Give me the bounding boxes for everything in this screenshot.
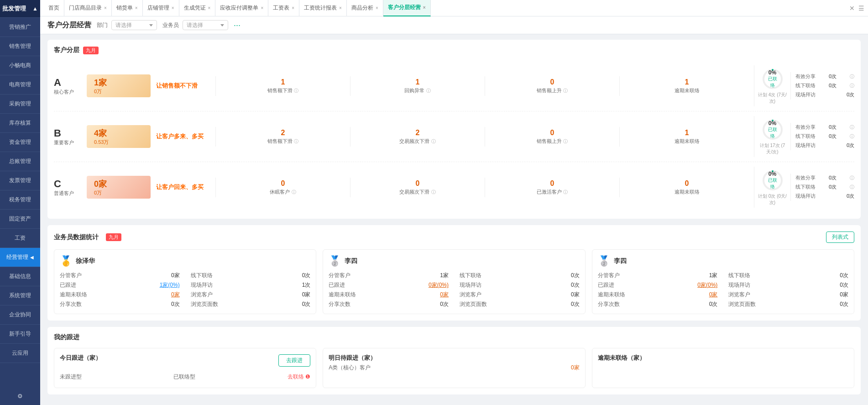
tab-payroll[interactable]: 工资表 × (268, 0, 299, 16)
tab-home[interactable]: 首页 (44, 0, 64, 16)
sidebar-collapse-icon[interactable]: ▲ (32, 5, 38, 12)
close-icon[interactable]: × (292, 5, 294, 11)
list-view-button[interactable]: 列表式 (826, 231, 854, 243)
more-filters-icon[interactable]: ··· (234, 21, 241, 30)
circle-linked: 已联络 (767, 76, 779, 89)
tier-label-b: B 重要客户 (54, 127, 81, 146)
sp-stat-label: 逾期未联络 (60, 291, 87, 299)
tab-customer-tier[interactable]: 客户分层经营 × (383, 0, 431, 16)
tier-name: 普通客户 (54, 190, 81, 197)
tab-product-analysis[interactable]: 商品分析 × (347, 0, 383, 16)
right-stat-1: 线下联络 0次 ⓘ (795, 132, 854, 141)
tier-stat-1[interactable]: 2 交易频次下滑 ⓘ (350, 127, 485, 147)
tab-store-mgmt[interactable]: 店铺管理 × (143, 0, 179, 16)
tier-stat-0[interactable]: 2 销售额下滑 ⓘ (215, 127, 350, 147)
tier-stat-3[interactable]: 1 逾期未联络 (619, 76, 754, 96)
tier-stat-1[interactable]: 0 交易频次下滑 ⓘ (350, 178, 485, 197)
settings-icon: ⚙ (17, 393, 23, 400)
tier-stat-3[interactable]: 0 逾期未联络 (619, 178, 754, 197)
sp-stat: 逾期未联络 0家 (598, 291, 718, 299)
sidebar-item-marketing[interactable]: 营销推广 (0, 18, 40, 37)
sidebar-item-management[interactable]: 经营管理 ◀ (0, 248, 40, 267)
salesman-select[interactable]: 请选择 (183, 20, 228, 30)
sidebar: 批发管理 ▲ 营销推广 销售管理 小畅电商 电商管理 采购管理 库存核算 资金管… (0, 0, 40, 405)
tab-generate-voucher[interactable]: 生成凭证 × (179, 0, 216, 16)
tab-ap-adjust[interactable]: 应收应付调整单 × (215, 0, 268, 16)
sidebar-item-basic-info[interactable]: 基础信息 (0, 267, 40, 286)
sidebar-item-invoice[interactable]: 发票管理 (0, 171, 40, 190)
sidebar-item-ecom-small[interactable]: 小畅电商 (0, 56, 40, 75)
sp-stat-label: 浏览页面数 (728, 300, 756, 308)
sidebar-item-collab[interactable]: 企业协同 (0, 305, 40, 325)
content-area: 客户分层 九月 A 核心客户 1家 0万 让销售额不下滑 (40, 34, 868, 405)
sp-stat-val[interactable]: 0家 (171, 291, 180, 299)
sp-stat-label: 线下联络 (460, 272, 481, 279)
tier-letter: A (54, 77, 81, 89)
tier-count-num: 1家 (94, 77, 151, 88)
tab-label: 销货单 (116, 4, 133, 12)
right-stat-0: 有效分享 0次 ⓘ (795, 174, 854, 183)
sidebar-item-label: 企业协同 (9, 311, 31, 318)
sp-stat-label: 分享次数 (60, 300, 82, 308)
tier-stat-2[interactable]: 0 已激活客户 ⓘ (485, 178, 619, 197)
sp-stat-val: 1次 (302, 281, 311, 289)
sidebar-item-cloud[interactable]: 云应用 (0, 344, 40, 363)
sidebar-settings[interactable]: ⚙ (0, 387, 40, 405)
close-icon[interactable]: × (135, 5, 138, 11)
tab-store-products[interactable]: 门店商品目录 × (64, 0, 112, 16)
sidebar-item-guide[interactable]: 新手引导 (0, 325, 40, 344)
close-icon[interactable]: × (208, 5, 211, 11)
sp-stat-val[interactable]: 0家 (709, 291, 718, 299)
close-icon[interactable]: × (172, 5, 174, 11)
tier-stats-a: 1 销售额下滑 ⓘ 1 回购异常 ⓘ 0 销售额上升 ⓘ 1 逾期未联络 (215, 76, 754, 96)
tab-menu-icon[interactable]: ☰ (858, 5, 864, 12)
tab-payroll-report[interactable]: 工资统计报表 × (299, 0, 347, 16)
tier-count-b[interactable]: 4家 0.53万 (87, 125, 151, 148)
tier-stat-0[interactable]: 0 休眠客户 ⓘ (215, 178, 350, 197)
sidebar-item-fixed-assets[interactable]: 固定资产 (0, 210, 40, 229)
sp-stat-label: 现场拜访 (460, 281, 481, 289)
sp-stat-val[interactable]: 0家(0%) (697, 281, 717, 289)
sidebar-item-finance[interactable]: 资金管理 (0, 133, 40, 152)
sp-stat-val[interactable]: 0家 (440, 291, 449, 299)
stat-label: 销售额上升 ⓘ (489, 138, 616, 145)
close-icon[interactable]: × (376, 5, 378, 11)
sp-stat-val: 0次 (571, 281, 580, 289)
sidebar-item-label: 固定资产 (9, 216, 31, 222)
close-icon[interactable]: × (423, 5, 426, 10)
close-icon[interactable]: × (339, 5, 342, 11)
stat-label: 回购异常 ⓘ (354, 87, 481, 94)
tab-sales-order[interactable]: 销货单 × (112, 0, 143, 16)
tier-stat-2[interactable]: 0 销售额上升 ⓘ (485, 127, 619, 147)
sidebar-item-ecom[interactable]: 电商管理 (0, 75, 40, 95)
sp-stat-val[interactable]: 1家(0%) (160, 281, 180, 289)
sp-stat-val[interactable]: 0家(0%) (429, 281, 449, 289)
tier-count-c[interactable]: 0家 0万 (87, 176, 151, 199)
sidebar-item-ledger[interactable]: 总账管理 (0, 152, 40, 171)
sidebar-item-salary[interactable]: 工资 (0, 229, 40, 248)
tier-stat-1[interactable]: 1 回购异常 ⓘ (350, 76, 485, 96)
sidebar-item-tax[interactable]: 税务管理 (0, 190, 40, 210)
tier-stat-0[interactable]: 1 销售额下滑 ⓘ (215, 76, 350, 96)
dept-select[interactable]: 请选择 (111, 20, 157, 30)
tier-count-a[interactable]: 1家 0万 (87, 74, 151, 97)
sp-stat-label: 浏览客户 (191, 291, 213, 299)
tab-close-all-icon[interactable]: ✕ (849, 5, 855, 12)
tier-stat-2[interactable]: 0 销售额上升 ⓘ (485, 76, 619, 96)
tomorrow-title: 明日待跟进（家） (329, 354, 376, 361)
info-icon: ⓘ (850, 123, 854, 131)
close-icon[interactable]: × (261, 5, 263, 11)
sidebar-item-system[interactable]: 系统管理 (0, 286, 40, 305)
sidebar-item-purchase[interactable]: 采购管理 (0, 95, 40, 114)
sp-header-1: 🥈 李四 (329, 255, 579, 267)
sidebar-logo[interactable]: 批发管理 ▲ (0, 0, 40, 18)
sp-stat-label: 已跟进 (329, 281, 345, 289)
sidebar-item-label: 税务管理 (9, 196, 31, 203)
sidebar-item-inventory[interactable]: 库存核算 (0, 114, 40, 133)
tier-stat-3[interactable]: 1 逾期未联络 (619, 127, 754, 147)
sidebar-item-sales[interactable]: 销售管理 (0, 37, 40, 56)
close-icon[interactable]: × (104, 5, 107, 11)
go-followup-button[interactable]: 去跟进 (278, 354, 310, 367)
follow-section-header: 我的跟进 (54, 333, 854, 342)
tier-count-num: 0家 (94, 179, 151, 189)
